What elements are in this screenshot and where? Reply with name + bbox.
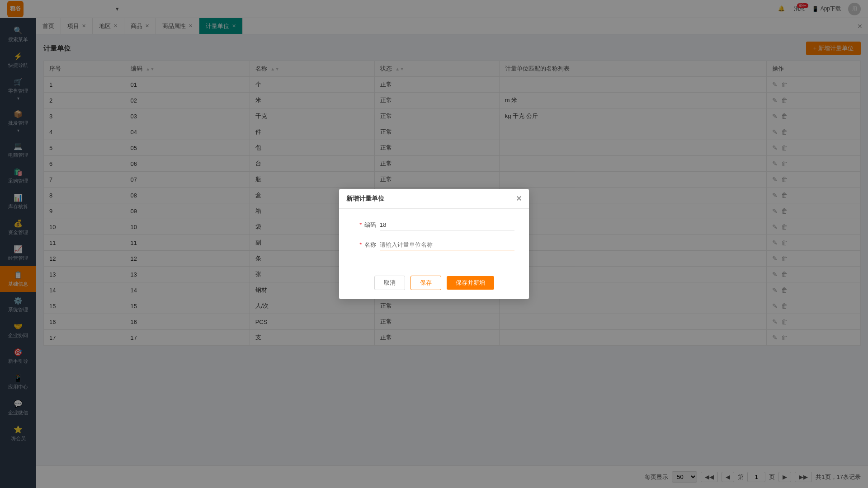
modal-title: 新增计量单位 xyxy=(346,195,384,203)
name-input[interactable] xyxy=(380,239,514,250)
modal-body: * 编码 * 名称 xyxy=(339,209,529,270)
modal-overlay[interactable]: 新增计量单位 ✕ * 编码 * 名称 取消 保存 保存并新增 xyxy=(0,0,868,488)
modal-dialog: 新增计量单位 ✕ * 编码 * 名称 取消 保存 保存并新增 xyxy=(339,189,529,299)
code-required: * xyxy=(359,221,362,228)
save-and-new-button[interactable]: 保存并新增 xyxy=(447,276,494,290)
code-label: * 编码 xyxy=(354,221,376,229)
code-form-row: * 编码 xyxy=(354,220,514,230)
modal-header: 新增计量单位 ✕ xyxy=(339,189,529,209)
name-form-row: * 名称 xyxy=(354,239,514,250)
save-button[interactable]: 保存 xyxy=(410,276,441,290)
name-label: * 名称 xyxy=(354,241,376,249)
modal-footer: 取消 保存 保存并新增 xyxy=(339,270,529,299)
cancel-button[interactable]: 取消 xyxy=(374,276,405,290)
modal-close-button[interactable]: ✕ xyxy=(516,194,522,203)
code-input[interactable] xyxy=(380,220,514,230)
name-required: * xyxy=(359,241,362,248)
